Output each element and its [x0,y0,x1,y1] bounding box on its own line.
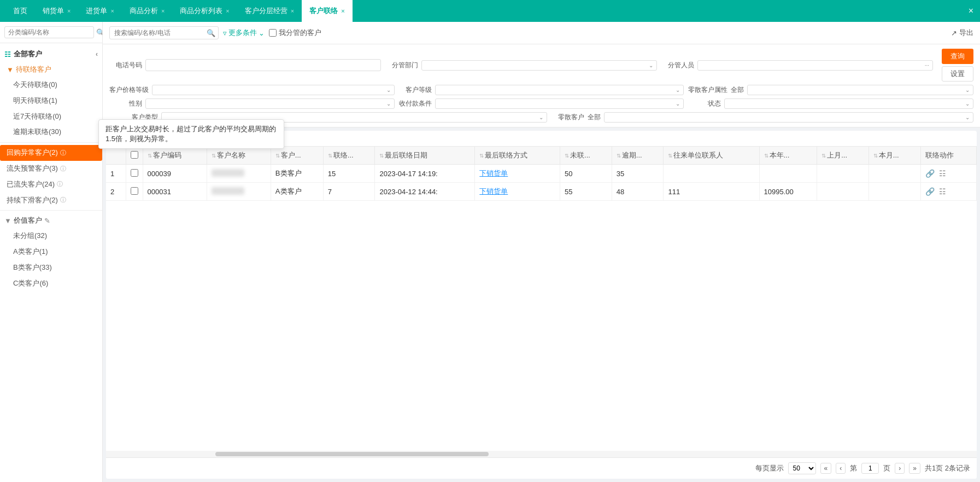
main-layout: 🔍 ☷ 全部客户 ‹ ▼ 待联络客户 今天待联络(0) 明天待联络(1) 近7天… [0,22,980,482]
sidebar-item-lost-warning[interactable]: 流失预警客户(3) ⓘ [0,161,102,177]
my-customers-checkbox[interactable]: 我分管的客户 [269,28,321,38]
col-company-contact[interactable]: ⇅往来单位联系人 [664,147,759,165]
link-icon-2[interactable]: 🔗 [925,187,935,196]
nav-customer-segment[interactable]: 客户分层经营 × [237,0,302,22]
filter-retail-attr-field: 零散客户属性 全部 ⌄ [688,85,973,95]
price-level-select[interactable]: ⌄ [152,85,395,95]
sort-icon-code: ⇅ [148,153,152,159]
col-last-month[interactable]: ⇅上月... [817,147,869,165]
grid-icon-2[interactable]: ☷ [939,187,946,196]
price-level-arrow: ⌄ [386,87,391,93]
col-index [106,147,126,165]
sidebar-item-overdue[interactable]: 逾期未联络(30) [0,124,102,140]
col-last-method[interactable]: ⇅最后联络方式 [475,147,560,165]
cell-code-2: 000031 [143,183,207,201]
sidebar-search-icon[interactable]: 🔍 [96,28,103,37]
info-icon-0: ⓘ [60,148,66,158]
col-last-date[interactable]: ⇅最后联络日期 [375,147,475,165]
select-all-checkbox[interactable] [131,151,138,159]
payment-select[interactable]: ⌄ [435,98,684,109]
sidebar-all-customers[interactable]: ☷ 全部客户 ‹ [0,47,102,62]
sidebar-collapse-btn[interactable]: ‹ [96,50,98,58]
my-customers-check[interactable] [269,29,277,37]
filter-search-input[interactable] [109,26,219,39]
export-button[interactable]: ↗ 导出 [951,28,973,38]
nav-purchase[interactable]: 进货单 × [78,0,121,22]
retail-cust-select[interactable]: ⌄ [604,112,973,123]
sidebar-item-today[interactable]: 今天待联络(0) [0,77,102,93]
nav-product-analysis-close[interactable]: × [161,8,165,14]
col-overdue[interactable]: ⇅逾期... [612,147,664,165]
sidebar-item-unclassified[interactable]: 未分组(32) [0,228,102,244]
retail-attr-select[interactable]: ⌄ [747,85,973,95]
nav-sales-close[interactable]: × [67,8,71,14]
col-uncontacted[interactable]: ⇅未联... [560,147,612,165]
nav-sales[interactable]: 销货单 × [35,0,78,22]
sidebar-item-c-class[interactable]: C类客户(6) [0,276,102,292]
person-label: 分管人员 [661,61,694,70]
row-checkbox-2[interactable] [131,187,138,195]
col-actions: 联络动作 [920,147,976,165]
sidebar-search-input[interactable] [4,26,94,38]
link-icon-1[interactable]: 🔗 [925,169,935,178]
sort-icon-contact-count: ⇅ [328,153,332,159]
row-checkbox-1[interactable] [131,169,138,177]
query-button[interactable]: 查询 [942,49,973,64]
sidebar-item-tomorrow[interactable]: 明天待联络(1) [0,93,102,109]
nav-customer-segment-close[interactable]: × [291,8,294,14]
col-this-year[interactable]: ⇅本年... [759,147,817,165]
nav-customer-contact[interactable]: 客户联络 × [302,0,352,22]
col-cust-type[interactable]: ⇅客户... [271,147,323,165]
nav-home[interactable]: 首页 [5,0,35,22]
sidebar-item-7days[interactable]: 近7天待联络(0) [0,109,102,125]
first-page-btn[interactable]: « [820,463,832,474]
next-page-btn[interactable]: › [895,463,905,474]
sidebar-item-b-class[interactable]: B类客户(33) [0,260,102,276]
sort-icon-last-month: ⇅ [821,153,826,159]
status-select[interactable]: ⌄ [724,98,973,109]
status-label: 状态 [688,99,721,108]
last-page-btn[interactable]: » [909,463,920,474]
scrollbar-thumb[interactable] [215,452,489,456]
phone-input[interactable] [145,59,381,71]
grid-icon-1[interactable]: ☷ [939,169,946,178]
nav-purchase-close[interactable]: × [110,8,114,14]
retail-attr-label: 零散客户属性 [688,85,727,95]
sidebar-group-waiting[interactable]: ▼ 待联络客户 [0,62,102,77]
horizontal-scrollbar[interactable] [106,451,977,457]
dept-select[interactable]: ⌄ [421,60,657,71]
more-conditions-btn[interactable]: ▿ 更多条件 ⌄ [223,28,265,38]
col-name[interactable]: ⇅客户名称 [207,147,271,165]
prev-page-btn[interactable]: ‹ [836,463,846,474]
blurred-name-2 [212,187,244,195]
sidebar-item-declining[interactable]: 持续下滑客户(2) ⓘ [0,193,102,208]
sidebar-item-lost-customers[interactable]: 已流失客户(24) ⓘ [0,177,102,193]
nav-product-analysis-list[interactable]: 商品分析列表 × [172,0,237,22]
gender-select[interactable]: ⌄ [145,98,395,109]
person-select[interactable]: ··· [697,60,933,71]
edit-icon[interactable]: ✎ [44,217,50,225]
cust-level-select[interactable]: ⌄ [435,85,684,95]
link-sales-order-2[interactable]: 下销货单 [479,187,508,195]
filter-search-icon[interactable]: 🔍 [207,29,215,37]
sort-icon-cust-type: ⇅ [275,153,280,159]
cust-level-arrow: ⌄ [676,87,680,93]
nav-product-analysis-list-close[interactable]: × [226,8,229,14]
col-code[interactable]: ⇅客户编码 [143,147,207,165]
table-scroll-wrap[interactable]: ⇅客户编码 ⇅客户名称 ⇅客户... ⇅联络... ⇅最后联络日期 ⇅最后联络方… [106,147,977,451]
per-page-select[interactable]: 50 100 [788,462,816,474]
sidebar-item-repurchase-anomaly[interactable]: 回购异常客户(2) ⓘ [0,145,102,161]
sort-icon-name: ⇅ [212,153,216,159]
cell-index-1: 1 [106,165,126,183]
col-contact-count[interactable]: ⇅联络... [323,147,375,165]
page-number-input[interactable] [861,463,879,474]
link-sales-order-1[interactable]: 下销货单 [479,169,508,177]
sidebar-item-a-class[interactable]: A类客户(1) [0,244,102,260]
col-this-month[interactable]: ⇅本月... [868,147,920,165]
nav-product-analysis[interactable]: 商品分析 × [122,0,172,22]
sidebar-value-group[interactable]: ▼ 价值客户 ✎ [0,213,102,228]
nav-close-all[interactable]: × [969,6,973,16]
cust-type-arrow: ⌄ [539,114,543,120]
nav-customer-contact-close[interactable]: × [341,8,344,14]
settings-button[interactable]: 设置 [942,66,973,82]
